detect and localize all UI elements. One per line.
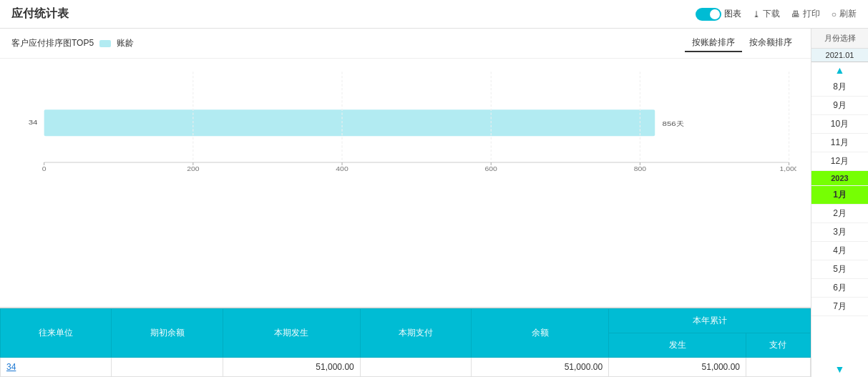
svg-text:600: 600 [485, 166, 497, 172]
sidebar-month-12[interactable]: 12月 [811, 152, 868, 171]
download-button[interactable]: ⤓ 下载 [753, 8, 780, 20]
main-content: 客户应付排序图TOP5 账龄 按账龄排序 按余额排序 34 856天 [0, 29, 868, 377]
svg-text:34: 34 [29, 119, 38, 126]
download-icon: ⤓ [753, 9, 760, 19]
col-header-balance: 余额 [472, 309, 609, 358]
page-title: 应付统计表 [11, 6, 69, 21]
sidebar-month-11[interactable]: 11月 [811, 134, 868, 152]
sidebar-down-button[interactable]: ▼ [811, 361, 868, 377]
sidebar-month-9[interactable]: 9月 [811, 97, 868, 115]
chart-legend: 客户应付排序图TOP5 账龄 [11, 37, 134, 49]
sidebar-month-6[interactable]: 6月 [811, 279, 868, 298]
refresh-button[interactable]: ○ 刷新 [832, 8, 857, 20]
cell-initial-balance [112, 358, 223, 377]
col-header-unit: 往来单位 [1, 309, 112, 358]
sidebar-months: 8月 9月 10月 11月 12月 2023 1月 2月 3月 4月 5月 6月… [811, 78, 868, 361]
col-header-current-occur: 本期发生 [223, 309, 360, 358]
cell-balance: 51,000.00 [472, 358, 609, 377]
col-header-initial-balance: 期初余额 [112, 309, 223, 358]
legend-title: 客户应付排序图TOP5 [11, 37, 94, 49]
sidebar-month-3[interactable]: 3月 [811, 223, 868, 242]
refresh-icon: ○ [832, 9, 837, 19]
sidebar-month-8[interactable]: 8月 [811, 78, 868, 97]
legend-color-label: 账龄 [117, 37, 134, 49]
chart-area: 客户应付排序图TOP5 账龄 按账龄排序 按余额排序 34 856天 [0, 29, 811, 377]
svg-text:800: 800 [634, 166, 646, 172]
chart-toggle-group: 图表 [696, 8, 741, 21]
sidebar-month-10[interactable]: 10月 [811, 115, 868, 134]
cell-current-occur: 51,000.00 [223, 358, 360, 377]
sort-tabs: 按账龄排序 按余额排序 [685, 34, 799, 52]
svg-text:856天: 856天 [663, 120, 684, 127]
col-header-ytd-pay: 支付 [746, 333, 810, 358]
table-section: 往来单位 期初余额 本期发生 本期支付 余额 本年累计 发生 支付 [0, 307, 811, 377]
print-icon: 🖶 [791, 9, 800, 19]
header: 应付统计表 图表 ⤓ 下载 🖶 打印 ○ 刷新 [0, 0, 868, 29]
sidebar: 月份选择 2021.01 ▲ 8月 9月 10月 11月 12月 2023 1月… [811, 29, 868, 377]
chart-svg: 34 856天 0 200 400 600 [14, 66, 796, 195]
cell-ytd-pay [746, 358, 810, 377]
chart-toggle-label: 图表 [724, 8, 741, 20]
sort-tab-age[interactable]: 按账龄排序 [685, 34, 742, 52]
svg-text:1,000: 1,000 [780, 166, 796, 172]
sidebar-month-2[interactable]: 2月 [811, 205, 868, 223]
chart-header: 客户应付排序图TOP5 账龄 按账龄排序 按余额排序 [0, 29, 811, 59]
chart-container: 34 856天 0 200 400 600 [0, 59, 811, 307]
sidebar-up-button[interactable]: ▲ [811, 62, 868, 78]
sidebar-month-5[interactable]: 5月 [811, 260, 868, 279]
svg-text:400: 400 [336, 166, 348, 172]
table-row: 34 51,000.00 51,000.00 51,000.00 [1, 358, 811, 377]
app-container: 应付统计表 图表 ⤓ 下载 🖶 打印 ○ 刷新 [0, 0, 868, 377]
header-actions: 图表 ⤓ 下载 🖶 打印 ○ 刷新 [696, 8, 857, 21]
svg-rect-1 [44, 109, 655, 136]
cell-current-pay [360, 358, 471, 377]
col-header-current-pay: 本期支付 [360, 309, 471, 358]
col-header-ytd-group: 本年累计 [609, 309, 811, 333]
sidebar-month-7[interactable]: 7月 [811, 298, 868, 316]
print-button[interactable]: 🖶 打印 [791, 8, 820, 20]
cell-unit: 34 [1, 358, 112, 377]
cell-ytd-occur: 51,000.00 [609, 358, 746, 377]
sidebar-month-4[interactable]: 4月 [811, 242, 868, 260]
data-table: 往来单位 期初余额 本期发生 本期支付 余额 本年累计 发生 支付 [0, 308, 811, 377]
svg-text:0: 0 [42, 166, 47, 172]
svg-text:200: 200 [187, 166, 199, 172]
sidebar-header: 月份选择 [811, 29, 868, 49]
sort-tab-balance[interactable]: 按余额排序 [742, 34, 799, 52]
col-header-ytd-occur: 发生 [609, 333, 746, 358]
chart-toggle[interactable] [696, 8, 721, 21]
sidebar-year-marker: 2023 [811, 171, 868, 186]
legend-color-swatch [99, 40, 111, 47]
sidebar-year-input[interactable]: 2021.01 [811, 49, 868, 62]
sidebar-month-1[interactable]: 1月 [811, 186, 868, 205]
unit-link[interactable]: 34 [6, 362, 16, 372]
